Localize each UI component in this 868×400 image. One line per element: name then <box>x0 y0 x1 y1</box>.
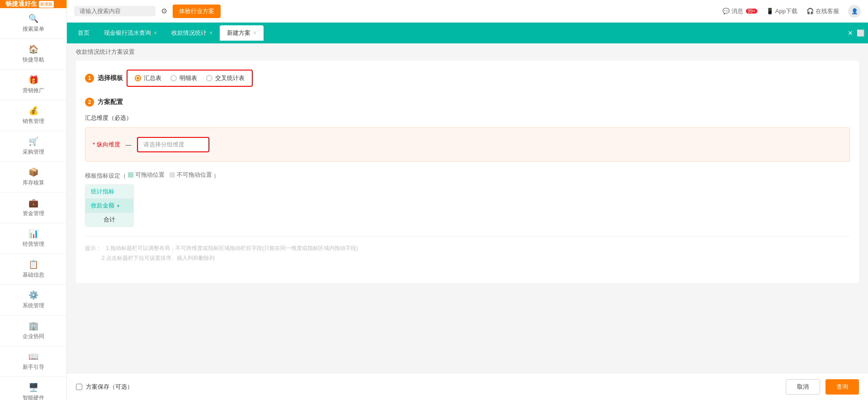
box-icon: 📦 <box>28 167 38 177</box>
step1-header: 1 选择模板 汇总表 明细表 交叉统计表 <box>85 70 850 87</box>
sidebar-item-enterprise[interactable]: 🏢 企业协同 <box>0 315 66 346</box>
service-icon: 🎧 <box>807 8 814 14</box>
tab-collection-stats-close-icon[interactable]: × <box>209 30 212 36</box>
sidebar-logo: 畅捷通好生 标准版 <box>0 0 66 8</box>
sidebar-item-label: 资金管理 <box>23 210 44 217</box>
sidebar-item-inventory[interactable]: 📦 库存核算 <box>0 162 66 193</box>
cart-icon: 🛒 <box>28 136 38 146</box>
indicator-config-header: 模板指标设定（ 可拖动位置 不可拖动位置 ） <box>85 171 850 180</box>
topbar-left: ⚙ 体验行业方案 <box>74 5 221 18</box>
notification-item[interactable]: 💬 消息 99+ <box>722 7 757 15</box>
sidebar-logo-badge: 标准版 <box>39 1 54 8</box>
draggable-label: 可拖动位置 <box>135 171 165 179</box>
app-icon: 📱 <box>766 8 774 14</box>
breadcrumb-text: 收款情况统计方案设置 <box>76 48 135 55</box>
radio-cross[interactable]: 交叉统计表 <box>206 74 245 82</box>
notification-badge: 99+ <box>746 9 757 14</box>
sidebar-item-operations[interactable]: 📊 经营管理 <box>0 223 66 254</box>
sidebar-item-label: 智能硬件 <box>23 394 44 400</box>
sidebar-item-label: 新手引导 <box>23 363 44 371</box>
online-service-label: 在线客服 <box>816 7 839 15</box>
building-icon: 🏢 <box>28 321 38 331</box>
sidebar-item-quick-nav[interactable]: 🏠 快捷导航 <box>0 39 66 70</box>
tip1: 1.拖动标题栏可以调整布局，不可跨维度或指标区域拖动栏目字段(只能在同一维度或指… <box>106 245 358 251</box>
page-content: 收款情况统计方案设置 1 选择模板 汇总表 明细表 <box>67 43 868 400</box>
template-radio-group: 汇总表 明细表 交叉统计表 <box>127 70 253 87</box>
breadcrumb: 收款情况统计方案设置 <box>67 43 868 61</box>
stats-column-header[interactable]: 收款金额 ▾ <box>85 199 133 213</box>
step2-title: 方案配置 <box>98 98 123 106</box>
gift-icon: 🎁 <box>28 75 38 85</box>
search-menu-icon: 🔍 <box>28 14 38 24</box>
trial-button[interactable]: 体验行业方案 <box>173 5 221 18</box>
sidebar-item-label: 经营管理 <box>23 240 44 248</box>
topbar-right: 💬 消息 99+ 📱 App下载 🎧 在线客服 👤 <box>722 5 861 18</box>
home-icon: 🏠 <box>28 44 38 54</box>
tab-home[interactable]: 首页 <box>71 25 97 41</box>
app-download-item[interactable]: 📱 App下载 <box>766 7 797 15</box>
sidebar-item-basic-info[interactable]: 📋 基础信息 <box>0 254 66 285</box>
sidebar-item-label: 快捷导航 <box>23 56 44 64</box>
sidebar-item-search-menu[interactable]: 🔍 搜索菜单 <box>0 8 66 39</box>
stats-table: 统计指标 收款金额 ▾ 合计 <box>85 184 134 227</box>
radio-cross-label: 交叉统计表 <box>215 74 245 82</box>
cancel-button[interactable]: 取消 <box>786 379 820 395</box>
briefcase-icon: 💼 <box>28 198 38 208</box>
tips-section: 提示： 1.拖动标题栏可以调整布局，不可跨维度或指标区域拖动栏目字段(只能在同一… <box>85 244 850 263</box>
dimension-arrow: — <box>126 141 132 148</box>
sidebar-item-marketing[interactable]: 🎁 营销推广 <box>0 70 66 100</box>
tab-new-plan-label: 新建方案 <box>227 29 250 37</box>
sidebar-item-label: 企业协同 <box>23 333 44 340</box>
user-avatar[interactable]: 👤 <box>848 5 861 18</box>
sidebar-item-finance[interactable]: 💼 资金管理 <box>0 193 66 223</box>
query-button[interactable]: 查询 <box>826 379 859 395</box>
non-draggable-indicator: 不可拖动位置 <box>170 171 212 179</box>
clipboard-icon: 📋 <box>28 259 38 269</box>
dimension-select[interactable]: 请选择分组维度 <box>137 137 209 152</box>
search-input[interactable] <box>74 6 156 16</box>
step2-badge: 2 <box>85 98 94 107</box>
total-label: 合计 <box>104 216 115 223</box>
nav-tabs: 首页 现金银行流水查询 × 收款情况统计 × 新建方案 × ✕ ⬜ <box>67 23 868 43</box>
tab-new-plan-close-icon[interactable]: × <box>253 30 256 36</box>
divider <box>85 236 850 236</box>
dimension-row-label: * 纵向维度 <box>93 141 120 149</box>
close-window-icon[interactable]: ✕ <box>848 29 853 37</box>
stats-table-header: 统计指标 <box>85 185 133 199</box>
gear-settings-icon[interactable]: ⚙ <box>161 7 167 15</box>
message-icon: 💬 <box>722 8 730 14</box>
tab-bank-flow-close-icon[interactable]: × <box>154 30 157 36</box>
online-service-item[interactable]: 🎧 在线客服 <box>807 7 839 15</box>
step1-title: 选择模板 <box>98 74 123 82</box>
config-section: 汇总维度（必选） * 纵向维度 — 请选择分组维度 <box>85 114 850 263</box>
sidebar-item-hardware[interactable]: 🖥️ 智能硬件 <box>0 377 66 400</box>
step1-section: 1 选择模板 汇总表 明细表 交叉统计表 <box>85 70 850 87</box>
money-icon: 💰 <box>28 106 38 116</box>
stats-label: 统计指标 <box>91 188 114 196</box>
sidebar-item-purchase[interactable]: 🛒 采购管理 <box>0 131 66 162</box>
radio-summary-label: 汇总表 <box>144 74 161 82</box>
tab-new-plan[interactable]: 新建方案 × <box>220 25 264 41</box>
radio-detail[interactable]: 明细表 <box>170 74 197 82</box>
maximize-icon[interactable]: ⬜ <box>857 29 864 37</box>
sidebar: 畅捷通好生 标准版 🔍 搜索菜单 🏠 快捷导航 🎁 营销推广 💰 销售管理 🛒 … <box>0 0 67 400</box>
sidebar-item-guide[interactable]: 📖 新手引导 <box>0 346 66 377</box>
chart-icon: 📊 <box>28 229 38 239</box>
book-icon: 📖 <box>28 352 38 362</box>
save-label: 方案保存（可选） <box>86 383 133 391</box>
radio-summary[interactable]: 汇总表 <box>135 74 161 82</box>
sidebar-item-label: 库存核算 <box>23 179 44 187</box>
tab-collection-stats[interactable]: 收款情况统计 × <box>164 25 220 41</box>
sidebar-item-label: 采购管理 <box>23 148 44 156</box>
save-checkbox[interactable] <box>76 384 82 390</box>
step2-section: 2 方案配置 汇总维度（必选） * 纵向维度 — 请选择分组维度 <box>85 98 850 263</box>
sidebar-item-system[interactable]: ⚙️ 系统管理 <box>0 285 66 315</box>
indicator-config: 模板指标设定（ 可拖动位置 不可拖动位置 ） <box>85 171 850 227</box>
radio-cross-circle <box>206 75 212 81</box>
sidebar-item-sales[interactable]: 💰 销售管理 <box>0 100 66 131</box>
tab-bank-flow[interactable]: 现金银行流水查询 × <box>97 25 164 41</box>
stats-total-row: 合计 <box>85 213 133 226</box>
gear-icon: ⚙️ <box>28 290 38 300</box>
tips-title: 提示： <box>85 245 104 251</box>
tab-bank-flow-label: 现金银行流水查询 <box>104 29 151 37</box>
